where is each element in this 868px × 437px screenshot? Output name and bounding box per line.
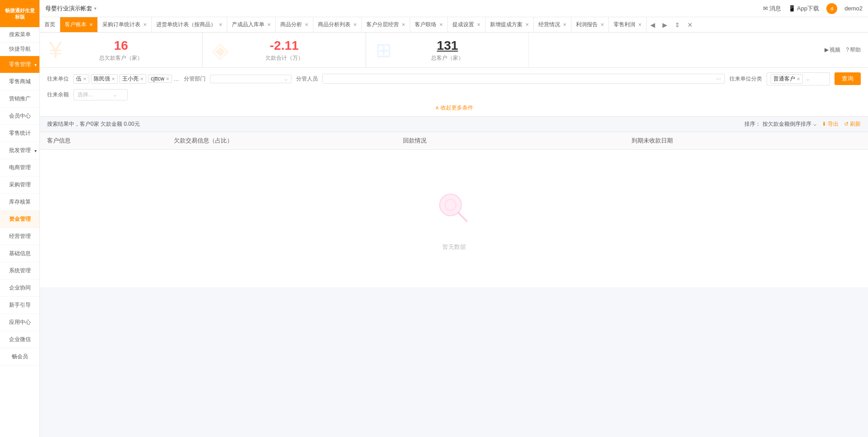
user-avatar[interactable]: d [826, 3, 837, 14]
tab-new-commission-label: 新增提成方案 [490, 21, 523, 28]
tab-close-icon[interactable]: ✕ [563, 22, 566, 27]
sidebar-item-app-center[interactable]: 应用中心 [0, 314, 39, 331]
sidebar-item-operations[interactable]: 经营管理 [0, 228, 39, 245]
tab-expand-btn[interactable]: ⇕ [671, 17, 684, 33]
collapse-button[interactable]: ∧ 收起更多条件 [435, 104, 473, 112]
tab-close-icon[interactable]: ✕ [525, 22, 529, 27]
refresh-icon: ↺ [844, 121, 849, 127]
filter-unit-class-close[interactable]: ✕ [796, 76, 800, 81]
sidebar-item-marketing[interactable]: 营销推广 [0, 90, 39, 108]
filter-tag-wang-close[interactable]: ✕ [140, 76, 144, 81]
main-area: 母婴行业演示帐套 ▾ ✉ 消息 📱 App下载 d demo2 首页 客户账本 … [40, 0, 868, 437]
sidebar-item-retail-shop[interactable]: 零售商城 [0, 73, 39, 90]
tab-close-icon[interactable]: ✕ [638, 22, 642, 27]
tab-commission-setting[interactable]: 提成设置 ✕ [448, 17, 485, 33]
sidebar-item-retail[interactable]: 零售管理 [0, 56, 39, 73]
sidebar-item-enterprise[interactable]: 企业协同 [0, 280, 39, 297]
tab-business[interactable]: 经营情况 ✕ [534, 17, 571, 33]
tab-close-all-btn[interactable]: ✕ [684, 17, 696, 33]
help-icon: ? [846, 47, 849, 53]
tab-home-label: 首页 [44, 21, 55, 28]
stat-total-customers-number: 131 [437, 38, 458, 53]
stat-coin-icon: ¥ [49, 36, 62, 63]
video-icon: ▶ [825, 47, 829, 53]
sidebar-item-wholesale[interactable]: 批发管理 [0, 142, 39, 159]
stats-bar: ¥ 16 总欠款客户（家） ◈ -2.11 欠款合计（万） ⊞ 131 总客户（… [40, 33, 868, 68]
export-button[interactable]: ⬇ 导出 [822, 120, 839, 128]
sidebar-item-purchase[interactable]: 采购管理 [0, 176, 39, 194]
filter-tag-wu-close[interactable]: ✕ [83, 76, 86, 81]
tab-product-analysis-list[interactable]: 商品分析列表 ✕ [313, 17, 362, 33]
tab-product-analysis[interactable]: 商品分析 ✕ [276, 17, 313, 33]
sidebar-item-quick-nav[interactable]: 快捷导航 [0, 43, 39, 56]
tab-close-icon[interactable]: ✕ [305, 22, 308, 27]
page-content: ¥ 16 总欠款客户（家） ◈ -2.11 欠款合计（万） ⊞ 131 总客户（… [40, 33, 868, 437]
tab-retail-profit[interactable]: 零售利润 ✕ [609, 17, 647, 33]
refresh-button[interactable]: ↺ 刷新 [844, 120, 861, 128]
video-link[interactable]: ▶ 视频 [825, 46, 840, 54]
tab-customer-ledger[interactable]: 客户账本 ✕ [60, 17, 98, 33]
tab-home[interactable]: 首页 [40, 17, 60, 33]
top-header: 母婴行业演示帐套 ▾ ✉ 消息 📱 App下载 d demo2 [40, 0, 868, 17]
sidebar-item-inventory[interactable]: 库存核算 [0, 194, 39, 211]
tab-new-commission[interactable]: 新增提成方案 ✕ [485, 17, 534, 33]
sidebar-item-ecommerce[interactable]: 电商管理 [0, 159, 39, 176]
filter-manager-dots[interactable]: ··· [716, 76, 721, 82]
filter-more-dots[interactable]: ... [174, 75, 179, 82]
store-arrow-icon: ▾ [94, 6, 96, 11]
sidebar-item-retail-stats[interactable]: 零售统计 [0, 125, 39, 142]
help-link[interactable]: ? 帮助 [846, 46, 861, 54]
empty-state: 暂无数据 [40, 150, 868, 287]
table-header-overdue-date: 到期未收款日期 [632, 137, 861, 145]
filter-dept-select[interactable]: ⌵ [210, 75, 292, 83]
tab-business-label: 经营情况 [538, 21, 560, 28]
tab-customer-tier[interactable]: 客户分层经营 ✕ [362, 17, 410, 33]
tab-customer-contact[interactable]: 客户联络 ✕ [410, 17, 448, 33]
filter-manager-select[interactable]: ··· [322, 74, 725, 84]
sidebar-item-finance[interactable]: 资金管理 [0, 211, 39, 228]
sidebar-item-member[interactable]: 畅会员 [0, 348, 39, 366]
tab-close-icon[interactable]: ✕ [600, 22, 604, 27]
video-label: 视频 [830, 46, 840, 54]
stat-debt-customers: ¥ 16 总欠款客户（家） [40, 33, 202, 67]
tab-produce-inbound[interactable]: 产成品入库单 ✕ [227, 17, 276, 33]
sort-selector[interactable]: 排序： 按欠款金额倒序排序 ⌵ [744, 120, 816, 128]
username-label: demo2 [844, 5, 863, 12]
help-label: 帮助 [850, 46, 861, 54]
tab-prev-btn[interactable]: ◀ [647, 17, 659, 33]
sidebar-item-weixin[interactable]: 企业微信 [0, 331, 39, 348]
result-summary: 搜索结果中，客户0家 欠款金额 0.00元 排序： 按欠款金额倒序排序 ⌵ ⬇ … [40, 117, 868, 132]
tab-next-btn[interactable]: ▶ [659, 17, 671, 33]
sidebar-item-system[interactable]: 系统管理 [0, 262, 39, 280]
tab-close-icon[interactable]: ✕ [89, 22, 93, 27]
app-download-btn[interactable]: 📱 App下载 [788, 5, 819, 13]
tab-close-icon[interactable]: ✕ [477, 22, 480, 27]
store-selector[interactable]: 母婴行业演示帐套 ▾ [45, 5, 96, 13]
filter-balance-select[interactable]: 选择... ⌵ [73, 89, 128, 100]
table-header-debt-info: 欠款交易信息（占比） [174, 137, 403, 145]
tab-profit-report[interactable]: 利润报告 ✕ [571, 17, 609, 33]
tab-close-icon[interactable]: ✕ [143, 22, 147, 27]
tab-close-icon[interactable]: ✕ [353, 22, 357, 27]
empty-icon [432, 186, 477, 238]
stat-building-icon: ⊞ [375, 38, 392, 62]
tab-purchase-stats[interactable]: 采购订单统计表 ✕ [98, 17, 152, 33]
stat-debt-total-label: 欠款合计（万） [265, 54, 303, 62]
tab-inbound-stats[interactable]: 进货单统计表（按商品） ✕ [152, 17, 227, 33]
table-header: 客户信息 欠款交易信息（占比） 回款情况 到期未收款日期 [40, 132, 868, 150]
filter-tag-chen-close[interactable]: ✕ [111, 76, 115, 81]
sidebar-item-member-center[interactable]: 会员中心 [0, 108, 39, 125]
sidebar-item-guide[interactable]: 新手引导 [0, 297, 39, 314]
sidebar-item-basic-info[interactable]: 基础信息 [0, 245, 39, 262]
sidebar-item-search[interactable]: 搜索菜单 [0, 27, 39, 43]
tab-close-icon[interactable]: ✕ [219, 22, 222, 27]
filter-unit-class-select[interactable]: 普通客户 ✕ ⌵ [767, 72, 830, 86]
collapse-row: ∧ 收起更多条件 [47, 104, 861, 112]
query-button[interactable]: 查询 [834, 72, 861, 85]
tab-close-icon[interactable]: ✕ [439, 22, 443, 27]
message-btn[interactable]: ✉ 消息 [763, 5, 781, 13]
filter-tag-cjttcw-close[interactable]: ✕ [166, 76, 169, 81]
phone-icon: 📱 [788, 5, 796, 12]
tab-close-icon[interactable]: ✕ [402, 22, 405, 27]
tab-close-icon[interactable]: ✕ [267, 22, 271, 27]
